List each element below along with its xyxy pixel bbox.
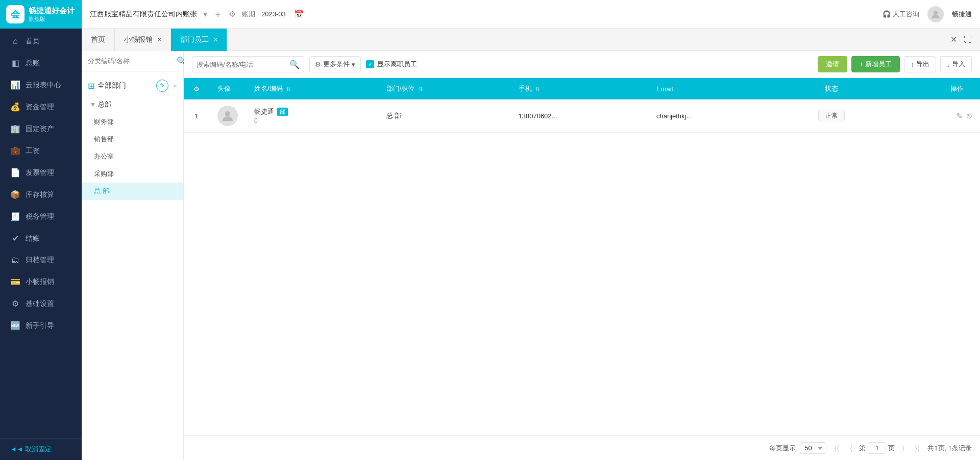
col-phone[interactable]: 手机 ⇅ xyxy=(510,78,648,99)
page-label: 页 xyxy=(888,444,895,453)
sidebar-item-label: 发票管理 xyxy=(26,168,54,177)
sidebar-unpin-button[interactable]: ◄◄ 取消固定 xyxy=(0,438,82,460)
salary-icon: 💼 xyxy=(10,146,20,156)
home-icon: ⌂ xyxy=(10,37,20,46)
dept-node-general[interactable]: 总 部 xyxy=(82,183,183,200)
tab-employees[interactable]: 部门员工 × xyxy=(171,29,227,51)
sidebar-item-label: 归档管理 xyxy=(26,255,54,265)
sidebar-item-archive[interactable]: 🗂 归档管理 xyxy=(0,249,82,271)
tax-icon: 🧾 xyxy=(10,212,20,221)
sidebar-item-tax[interactable]: 🧾 税务管理 xyxy=(0,206,82,227)
logout-employee-button[interactable]: ⎋ xyxy=(967,111,972,121)
sidebar-item-label: 库存核算 xyxy=(26,190,54,199)
dept-node-label: 总部 xyxy=(98,100,111,109)
employee-search-input[interactable] xyxy=(197,61,286,68)
sidebar-item-funds[interactable]: 💰 资金管理 xyxy=(0,96,82,118)
resigned-checkbox[interactable]: ✓ xyxy=(366,60,374,68)
invite-button[interactable]: 邀请 xyxy=(818,56,847,72)
dept-edit-button[interactable]: ✎ xyxy=(156,80,168,92)
employee-avatar xyxy=(217,106,238,126)
settings-gear-icon[interactable]: ⚙ xyxy=(229,9,236,19)
checkout-icon: ✔ xyxy=(10,234,20,243)
tab-expense[interactable]: 小畅报销 × xyxy=(115,29,171,51)
tab-home[interactable]: 首页 xyxy=(82,29,115,51)
tab-employees-close-icon[interactable]: × xyxy=(214,36,217,43)
sort-dept-icon: ⇅ xyxy=(419,86,423,92)
sidebar-nav: ⌂ 首页 ◧ 总账 📊 云报表中心 💰 资金管理 🏢 固定资产 💼 工资 📄 发… xyxy=(0,29,82,438)
sidebar-item-salary[interactable]: 💼 工资 xyxy=(0,140,82,162)
calendar-icon[interactable]: 📅 xyxy=(294,9,304,19)
page-size-select[interactable]: 50 10 20 100 xyxy=(800,442,826,454)
import-button[interactable]: ↓ 导入 xyxy=(940,56,972,72)
sidebar-item-expense[interactable]: 💳 小畅报销 xyxy=(0,271,82,293)
col-settings[interactable]: ⚙ xyxy=(184,78,209,99)
table-row: 1 畅捷通 部 0 xyxy=(184,99,980,133)
dept-node-label: 财务部 xyxy=(94,117,114,126)
employee-table-container: ⚙ 头像 姓名/编码 ⇅ 部门/职位 ⇅ 手机 xyxy=(184,78,980,436)
sidebar-item-home[interactable]: ⌂ 首页 xyxy=(0,31,82,52)
export-button[interactable]: ↑ 导出 xyxy=(904,56,936,72)
more-filter-button[interactable]: ⚙ 更多条件 ▾ xyxy=(309,56,361,72)
support-button[interactable]: 🎧 人工咨询 xyxy=(883,10,919,19)
dept-node-finance[interactable]: 财务部 xyxy=(82,113,183,131)
page-input[interactable] xyxy=(868,442,886,454)
support-label: 人工咨询 xyxy=(893,10,919,19)
employee-table: ⚙ 头像 姓名/编码 ⇅ 部门/职位 ⇅ 手机 xyxy=(184,78,980,133)
sidebar-item-reports[interactable]: 📊 云报表中心 xyxy=(0,74,82,96)
dept-node-procurement[interactable]: 采购部 xyxy=(82,165,183,183)
import-icon: ↓ xyxy=(947,61,950,68)
show-resigned-toggle[interactable]: ✓ 显示离职员工 xyxy=(366,60,417,69)
last-page-button[interactable]: ⟩⟩ xyxy=(911,442,923,454)
row-status-cell: 正常 xyxy=(778,99,886,133)
sidebar-item-ledger[interactable]: ◧ 总账 xyxy=(0,52,82,74)
username: 畅捷通 xyxy=(952,10,972,19)
expand-arrow-icon: ▼ xyxy=(90,101,96,108)
col-name-code[interactable]: 姓名/编码 ⇅ xyxy=(246,78,378,99)
dept-node-office[interactable]: 办公室 xyxy=(82,148,183,165)
first-page-button[interactable]: ⟨⟨ xyxy=(830,442,843,454)
row-action-icons: ✎ ⎋ xyxy=(894,111,972,121)
sidebar: 会 畅捷通好会计 旗舰版 ⌂ 首页 ◧ 总账 📊 云报表中心 💰 资金管理 🏢 … xyxy=(0,0,82,460)
edit-employee-button[interactable]: ✎ xyxy=(956,111,963,121)
logo-text: 畅捷通好会计 xyxy=(29,6,75,15)
col-phone-label: 手机 xyxy=(519,85,532,92)
period-value: 2023-03 xyxy=(261,10,286,18)
sidebar-item-label: 新手引导 xyxy=(26,321,54,330)
close-window-button[interactable]: ✕ xyxy=(947,34,960,46)
dept-node-headquarters[interactable]: ▼ 总部 xyxy=(82,96,183,113)
employee-dept-badge: 部 xyxy=(277,108,288,116)
col-dept[interactable]: 部门/职位 ⇅ xyxy=(378,78,510,99)
show-resigned-label: 显示离职员工 xyxy=(377,60,417,69)
employee-toolbar: 🔍 ⚙ 更多条件 ▾ ✓ 显示离职员工 邀请 + 新增员工 ↑ 导出 xyxy=(184,51,980,78)
sidebar-item-inventory[interactable]: 📦 库存核算 xyxy=(0,184,82,206)
invoice-icon: 📄 xyxy=(10,168,20,177)
tab-expense-label: 小畅报销 xyxy=(124,35,153,44)
next-page-button[interactable]: ⟩ xyxy=(897,442,909,454)
sidebar-item-label: 云报表中心 xyxy=(26,81,61,90)
sidebar-item-checkout[interactable]: ✔ 结账 xyxy=(0,227,82,249)
maximize-window-button[interactable]: ⛶ xyxy=(962,34,974,46)
sort-phone-icon: ⇅ xyxy=(535,86,540,92)
archive-icon: 🗂 xyxy=(10,255,20,265)
row-index: 1 xyxy=(184,99,209,133)
sidebar-item-guide[interactable]: 🆕 新手引导 xyxy=(0,315,82,337)
page-info: 共1页, 1条记录 xyxy=(927,444,972,453)
tab-expense-close-icon[interactable]: × xyxy=(158,36,161,43)
svg-point-1 xyxy=(225,111,230,116)
toolbar-right-actions: 邀请 + 新增员工 ↑ 导出 ↓ 导入 xyxy=(818,56,972,72)
all-departments-item[interactable]: ⊞ 全部部门 ✎ « xyxy=(82,75,183,96)
topbar: 江西服宝精品有限责任公司内账张 ▾ ＋ ⚙ 账期 2023-03 📅 🎧 人工咨… xyxy=(82,0,980,29)
dept-search-input[interactable] xyxy=(88,57,174,65)
sidebar-item-settings[interactable]: ⚙ 基础设置 xyxy=(0,293,82,315)
sidebar-item-invoice[interactable]: 📄 发票管理 xyxy=(0,162,82,184)
employee-search-icon[interactable]: 🔍 xyxy=(289,60,300,69)
guide-icon: 🆕 xyxy=(10,321,20,330)
add-account-button[interactable]: ＋ xyxy=(213,8,223,20)
dept-node-sales[interactable]: 销售部 xyxy=(82,131,183,148)
dept-collapse-icon[interactable]: « xyxy=(174,82,177,89)
company-dropdown-icon[interactable]: ▾ xyxy=(203,9,207,19)
sidebar-item-assets[interactable]: 🏢 固定资产 xyxy=(0,118,82,140)
window-buttons: ✕ ⛶ xyxy=(947,34,980,46)
prev-page-button[interactable]: ⟨ xyxy=(845,442,857,454)
add-employee-button[interactable]: + 新增员工 xyxy=(851,56,900,72)
